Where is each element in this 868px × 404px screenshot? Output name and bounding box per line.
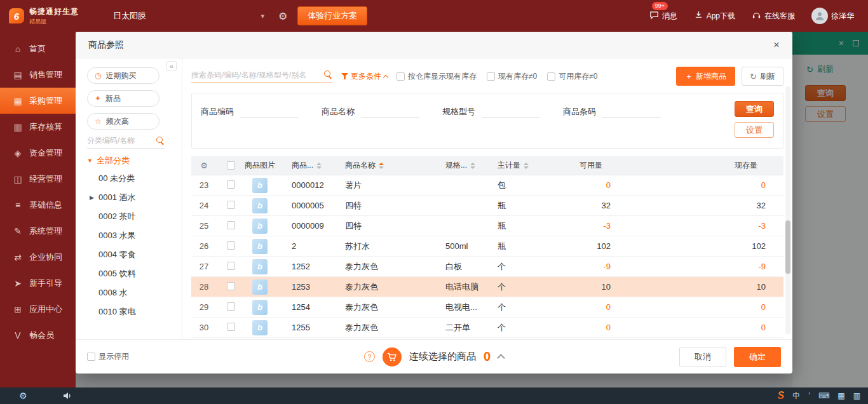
table-row[interactable]: 26 b 2 苏打水 500ml 瓶 102 102	[191, 236, 783, 257]
online-service-button[interactable]: 在线客服	[752, 10, 795, 22]
sort-icon[interactable]	[470, 163, 475, 169]
sidebar-item[interactable]: ▦ 采购管理	[0, 88, 76, 114]
category-item[interactable]: ▶ 0005 饮料	[87, 264, 182, 283]
row-checkbox[interactable]	[227, 241, 235, 250]
help-icon[interactable]: ?	[364, 351, 375, 362]
category-item[interactable]: ▶ 0001 酒水	[87, 188, 182, 207]
checkbox[interactable]	[87, 353, 95, 361]
category-item[interactable]: ▶ 00 未分类	[87, 169, 182, 188]
table-row[interactable]: 29 b 1254 泰力灰色 电视电... 个 0 0	[191, 297, 783, 318]
column-header[interactable]: 商品图片	[245, 160, 292, 171]
sogou-input-icon[interactable]: S	[778, 390, 785, 401]
filter-field-input[interactable]	[602, 106, 661, 118]
select-all-checkbox[interactable]	[227, 161, 235, 170]
checkbox[interactable]	[397, 72, 405, 81]
column-header[interactable]: 规格...	[445, 160, 498, 171]
table-row[interactable]: 23 b 0000012 薯片 包 0 0	[191, 175, 783, 196]
category-item[interactable]: ▶ 0002 茶叶	[87, 207, 182, 226]
table-row[interactable]: 28 b 1253 泰力灰色 电话电脑 个 10 10	[191, 277, 783, 297]
quick-filter-button[interactable]: ◷ 近期购买	[87, 67, 159, 84]
sort-icon[interactable]	[316, 163, 322, 169]
category-item[interactable]: ▶ 0003 水果	[87, 226, 182, 245]
row-checkbox[interactable]	[227, 302, 235, 311]
cancel-button[interactable]: 取消	[679, 347, 726, 367]
quick-filter-button[interactable]: ☆ 频次高	[87, 113, 159, 130]
sidebar-item[interactable]: ⌂ 首页	[0, 36, 76, 62]
filter-field-input[interactable]	[482, 106, 540, 118]
company-select[interactable]: 日太阳膜 ▾	[113, 10, 264, 22]
table-row[interactable]: 30 b 1255 泰力灰色 二开单 个 0 0	[191, 318, 783, 338]
product-search-input[interactable]	[191, 71, 320, 79]
category-search-input[interactable]	[87, 136, 146, 145]
collapse-up-icon[interactable]	[497, 354, 505, 362]
collapse-panel-icon[interactable]: «	[166, 61, 177, 71]
row-checkbox[interactable]	[227, 221, 235, 229]
column-header[interactable]: 商品名称	[345, 160, 445, 171]
user-menu[interactable]: 徐泽华	[811, 8, 854, 24]
ime-icon[interactable]: 中	[792, 391, 800, 401]
sidebar-item[interactable]: ◈ 资金管理	[0, 140, 76, 166]
ime-icon[interactable]: ⌨	[818, 391, 829, 400]
filter-field-input[interactable]	[240, 106, 299, 118]
product-unit: 瓶	[498, 200, 548, 212]
row-checkbox[interactable]	[227, 282, 235, 290]
volume-icon[interactable]	[63, 392, 72, 400]
topbar-gear-icon[interactable]: ⚙	[278, 10, 287, 22]
checkbox[interactable]	[547, 72, 555, 81]
sidebar-item[interactable]: ➤ 新手引导	[0, 270, 76, 296]
column-header[interactable]: 商品...	[292, 160, 345, 171]
settings-button[interactable]: 设置	[735, 122, 774, 138]
search-icon[interactable]	[324, 71, 332, 79]
row-checkbox[interactable]	[227, 201, 235, 209]
category-item[interactable]: ▶ 0008 水	[87, 283, 182, 302]
table-row[interactable]: 27 b 1252 泰力灰色 白板 个 -9 -9	[191, 257, 783, 277]
all-categories-toggle[interactable]: ▼ 全部分类	[87, 155, 182, 166]
row-checkbox[interactable]	[227, 262, 235, 270]
sort-icon[interactable]	[524, 163, 529, 169]
category-item[interactable]: ▶ 0010 家电	[87, 302, 182, 321]
confirm-button[interactable]: 确定	[734, 347, 781, 367]
sidebar-item[interactable]: ▤ 销售管理	[0, 62, 76, 88]
scrollbar-thumb[interactable]	[785, 220, 790, 274]
expand-arrow-icon[interactable]: ▶	[90, 188, 94, 207]
column-header[interactable]: 可用量	[548, 160, 620, 171]
industry-plan-button[interactable]: 体验行业方案	[297, 6, 367, 25]
row-checkbox[interactable]	[227, 323, 235, 331]
search-icon[interactable]	[156, 137, 165, 145]
show-disabled-checkbox[interactable]: 显示停用	[87, 351, 129, 362]
column-header[interactable]: 主计量	[498, 160, 548, 171]
more-filters-toggle[interactable]: 更多条件	[341, 71, 388, 82]
column-header[interactable]: 现存量	[620, 160, 783, 171]
sidebar-item[interactable]: V 畅会员	[0, 322, 76, 348]
quick-filter-button[interactable]: ✦ 新品	[87, 90, 159, 107]
sidebar-item[interactable]: ⊞ 应用中心	[0, 296, 76, 322]
ime-icon[interactable]: ▥	[853, 391, 860, 400]
table-scrollbar[interactable]	[785, 86, 790, 334]
category-item[interactable]: ▶ 0004 零食	[87, 245, 182, 264]
cart-icon[interactable]	[383, 347, 402, 367]
stock-filter-checkbox[interactable]: 现有库存≠0	[487, 71, 537, 82]
stock-filter-checkbox[interactable]: 可用库存≠0	[547, 71, 597, 82]
messages-button[interactable]: 99+ 消息	[649, 10, 677, 22]
ime-icon[interactable]: ▦	[837, 391, 844, 400]
sort-icon[interactable]	[379, 163, 384, 169]
sidebar-item[interactable]: ◫ 经营管理	[0, 166, 76, 192]
sidebar-item[interactable]: ≡ 基础信息	[0, 192, 76, 218]
table-row[interactable]: 24 b 0000005 四特 瓶 32 32	[191, 196, 783, 216]
checkbox[interactable]	[487, 72, 495, 81]
add-product-button[interactable]: ＋ 新增商品	[676, 67, 735, 86]
table-row[interactable]: 25 b 0000009 四特 瓶 -3 -3	[191, 216, 783, 236]
sidebar-item[interactable]: ✎ 系统管理	[0, 218, 76, 244]
sidebar-item[interactable]: ▥ 库存核算	[0, 114, 76, 140]
close-icon[interactable]: ×	[773, 39, 780, 51]
sidebar-item[interactable]: ⇄ 企业协同	[0, 244, 76, 270]
row-checkbox[interactable]	[227, 180, 235, 189]
taskbar-gear-icon[interactable]: ⚙	[19, 391, 27, 401]
column-settings-gear-icon[interactable]: ⚙	[191, 161, 217, 170]
stock-filter-checkbox[interactable]: 按仓库显示现有库存	[397, 71, 477, 82]
app-download-button[interactable]: App下载	[694, 10, 735, 22]
filter-field-input[interactable]	[361, 106, 419, 118]
query-button[interactable]: 查询	[735, 101, 774, 117]
refresh-button[interactable]: ↻ 刷新	[742, 67, 783, 86]
ime-icon[interactable]: ’	[808, 391, 810, 400]
